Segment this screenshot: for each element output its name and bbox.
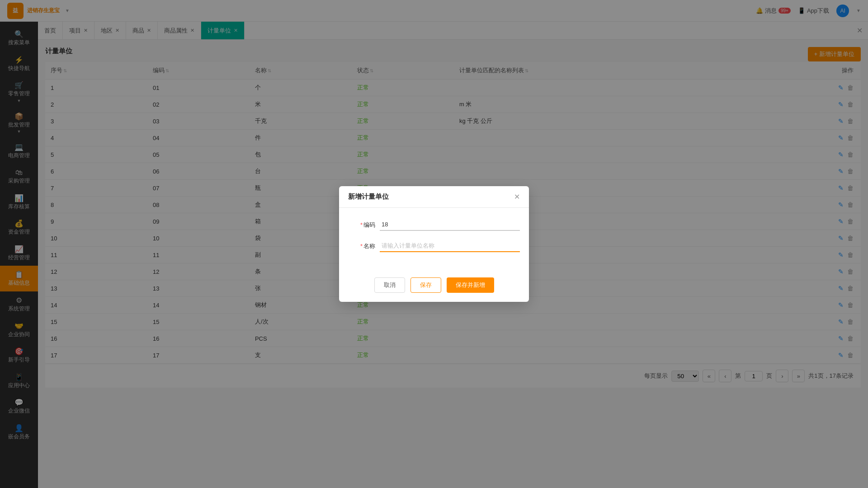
modal-overlay[interactable]: 新增计量单位 ✕ *编码 *名称 取消 保存 保存并新增	[0, 0, 868, 488]
code-label: *编码	[348, 221, 375, 229]
modal-body: *编码 *名称	[339, 208, 529, 272]
form-row-code: *编码	[348, 219, 520, 231]
cancel-button[interactable]: 取消	[374, 277, 405, 293]
save-and-new-button[interactable]: 保存并新增	[447, 277, 494, 293]
add-unit-modal: 新增计量单位 ✕ *编码 *名称 取消 保存 保存并新增	[339, 186, 529, 302]
code-input[interactable]	[380, 219, 520, 231]
save-button[interactable]: 保存	[410, 277, 441, 293]
name-label: *名称	[348, 242, 375, 250]
modal-title: 新增计量单位	[348, 192, 389, 201]
name-input[interactable]	[380, 240, 520, 252]
modal-header: 新增计量单位 ✕	[339, 186, 529, 208]
modal-footer: 取消 保存 保存并新增	[339, 272, 529, 302]
code-required-star: *	[360, 221, 363, 228]
modal-close-button[interactable]: ✕	[514, 192, 520, 201]
name-required-star: *	[360, 243, 363, 249]
form-row-name: *名称	[348, 240, 520, 252]
